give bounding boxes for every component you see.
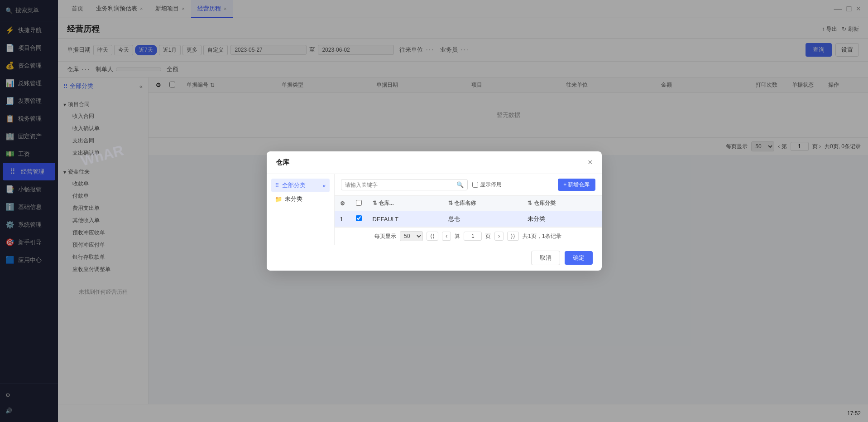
dialog-prev-page-btn[interactable]: ‹ [442, 232, 451, 241]
dialog-tree-all[interactable]: ⠿ 全部分类 « [271, 179, 330, 192]
dialog: 仓库 × ⠿ 全部分类 « 📁 未分类 [267, 151, 602, 271]
row-num: 1 [335, 211, 350, 227]
th-checkbox [350, 196, 367, 211]
sort-asc-icon: ⇅ [373, 200, 377, 206]
dialog-title: 仓库 [276, 158, 289, 167]
dialog-close-btn[interactable]: × [588, 158, 593, 167]
cancel-btn[interactable]: 取消 [531, 251, 560, 265]
overlay: 仓库 × ⠿ 全部分类 « 📁 未分类 [0, 0, 868, 422]
table-row[interactable]: 1 DEFAULT 总仓 未分类 [335, 211, 602, 227]
dialog-page-suffix: 页 [485, 233, 491, 240]
dialog-tree: ⠿ 全部分类 « 📁 未分类 [267, 174, 335, 245]
folder-icon: 📁 [275, 196, 282, 203]
dialog-tree-all-label: 全部分类 [282, 181, 306, 189]
dialog-total-info: 共1页，1条记录 [523, 233, 561, 240]
dialog-body: ⠿ 全部分类 « 📁 未分类 🔍 [267, 174, 602, 245]
dialog-per-page-select[interactable]: 50 100 [400, 231, 423, 241]
settings-icon2[interactable]: ⚙ [340, 200, 345, 207]
sort-icon2: ⇅ [448, 200, 453, 206]
dialog-tree-collapse-icon[interactable]: « [322, 182, 326, 189]
th-code: ⇅ 仓库... [367, 196, 443, 211]
dialog-page-word: 算 [455, 233, 460, 240]
dialog-last-page-btn[interactable]: ⟩⟩ [507, 232, 519, 241]
row-checkbox[interactable] [356, 215, 362, 221]
row-name: 总仓 [443, 211, 522, 227]
row-category: 未分类 [522, 211, 601, 227]
dialog-select-all[interactable] [356, 200, 362, 206]
dialog-search-box: 🔍 [341, 179, 468, 190]
add-warehouse-btn[interactable]: + 新增仓库 [558, 179, 595, 191]
show-disabled-label[interactable]: 显示停用 [472, 181, 502, 189]
dialog-footer: 取消 确定 [267, 245, 602, 271]
show-disabled-text: 显示停用 [480, 181, 502, 189]
show-disabled-checkbox[interactable] [472, 182, 478, 188]
confirm-btn[interactable]: 确定 [565, 251, 593, 265]
grid-icon2: ⠿ [275, 182, 279, 189]
sort-icon3: ⇅ [528, 200, 532, 206]
dialog-first-page-btn[interactable]: ⟨⟨ [427, 232, 438, 241]
search-icon2[interactable]: 🔍 [456, 181, 464, 188]
dialog-pagination: 每页显示 50 100 ⟨⟨ ‹ 算 页 › ⟩⟩ 共1页，1条记录 [335, 227, 602, 245]
dialog-header: 仓库 × [267, 151, 602, 174]
warehouse-table: ⚙ ⇅ 仓库... ⇅ [335, 196, 602, 227]
th-settings: ⚙ [335, 196, 350, 211]
dialog-per-page-label: 每页显示 [374, 233, 396, 240]
dialog-page-input[interactable] [464, 232, 482, 241]
dialog-tree-uncategorized[interactable]: 📁 未分类 [271, 192, 330, 206]
th-category: ⇅ 仓库分类 [522, 196, 601, 211]
table-header: ⚙ ⇅ 仓库... ⇅ [335, 196, 602, 211]
dialog-toolbar: 🔍 显示停用 + 新增仓库 [335, 174, 602, 196]
dialog-tree-uncategorized-label: 未分类 [285, 195, 302, 203]
th-name: ⇅ 仓库名称 [443, 196, 522, 211]
dialog-right: 🔍 显示停用 + 新增仓库 ⚙ [335, 174, 602, 245]
dialog-table: ⚙ ⇅ 仓库... ⇅ [335, 196, 602, 227]
dialog-search-input[interactable] [345, 182, 454, 188]
warehouse-table-body: 1 DEFAULT 总仓 未分类 [335, 211, 602, 227]
dialog-next-page-btn[interactable]: › [494, 232, 504, 241]
row-code: DEFAULT [367, 211, 443, 227]
row-checkbox-cell [350, 211, 367, 227]
